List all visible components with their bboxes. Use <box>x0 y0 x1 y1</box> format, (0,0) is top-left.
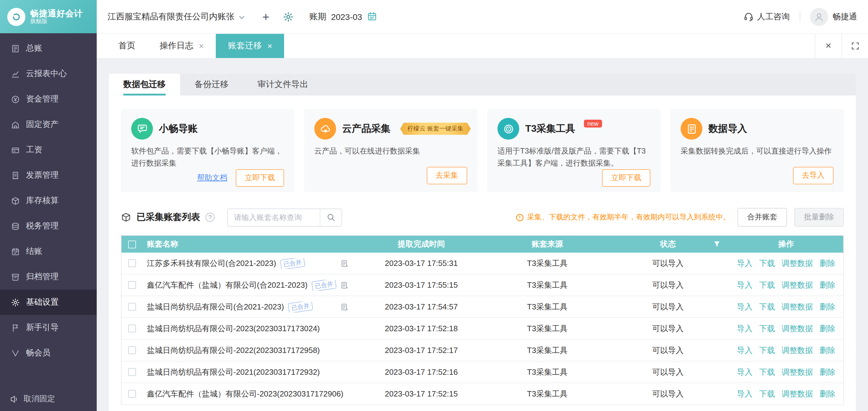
tab-home[interactable]: 首页 <box>106 34 148 58</box>
row-checkbox[interactable] <box>128 281 136 289</box>
delete-link[interactable]: 删除 <box>819 388 835 399</box>
sidebar-item-beginner-guide[interactable]: 新手引导 <box>0 315 97 340</box>
row-checkbox[interactable] <box>128 259 136 267</box>
col-extract-time: 提取完成时间 <box>355 239 488 250</box>
fullscreen-icon[interactable] <box>841 34 868 58</box>
close-icon[interactable]: × <box>199 42 204 50</box>
close-icon[interactable]: × <box>267 42 272 50</box>
cloud-upload-icon <box>314 118 336 139</box>
period-label: 账期 <box>309 11 326 22</box>
sidebar-item-inventory[interactable]: 库存核算 <box>0 188 97 213</box>
tax-icon <box>11 222 20 230</box>
download-now-button[interactable]: 立即下载 <box>236 169 284 187</box>
go-collect-button[interactable]: 去采集 <box>427 167 467 184</box>
delete-link[interactable]: 删除 <box>819 280 835 290</box>
import-link[interactable]: 导入 <box>737 280 752 290</box>
adjust-data-link[interactable]: 调整数据 <box>781 388 813 399</box>
adjust-data-link[interactable]: 调整数据 <box>781 280 813 290</box>
adjust-data-link[interactable]: 调整数据 <box>781 258 813 268</box>
tab-operation-log[interactable]: 操作日志 × <box>148 34 216 58</box>
accounting-period: 账期 2023-03 <box>309 11 377 22</box>
go-import-button[interactable]: 去导入 <box>793 167 834 184</box>
table-row: 盐城日尚纺织品有限公司-2023(20230317173024) 已合并 202… <box>122 318 843 340</box>
delete-link[interactable]: 删除 <box>819 367 835 377</box>
divider <box>799 11 800 22</box>
row-checkbox[interactable] <box>128 303 136 311</box>
sidebar-item-funds[interactable]: 资金管理 <box>0 87 97 112</box>
delete-link[interactable]: 删除 <box>819 301 835 312</box>
filter-icon[interactable] <box>713 241 720 248</box>
import-link[interactable]: 导入 <box>737 388 752 399</box>
download-link[interactable]: 下载 <box>759 258 775 268</box>
sidebar-item-tax[interactable]: 税务管理 <box>0 213 97 239</box>
search-button[interactable] <box>320 209 342 226</box>
chevron-down-icon <box>238 13 245 21</box>
adjust-data-link[interactable]: 调整数据 <box>781 301 813 312</box>
sidebar-item-fixed-assets[interactable]: 固定资产 <box>0 112 97 137</box>
download-link[interactable]: 下载 <box>759 388 775 399</box>
row-checkbox[interactable] <box>128 390 136 398</box>
delete-link[interactable]: 删除 <box>819 345 835 356</box>
extract-time: 2023-03-17 17:52:17 <box>355 346 488 355</box>
import-link[interactable]: 导入 <box>737 345 752 356</box>
delete-link[interactable]: 删除 <box>819 258 835 268</box>
import-link[interactable]: 导入 <box>737 301 752 312</box>
period-value[interactable]: 2023-03 <box>331 12 362 22</box>
import-link[interactable]: 导入 <box>737 258 752 268</box>
adjust-data-link[interactable]: 调整数据 <box>781 323 813 334</box>
download-link[interactable]: 下载 <box>759 345 775 356</box>
card-data-import: 数据导入 采集数据转换完成后，可以直接进行导入操作 去导入 <box>670 109 844 192</box>
sidebar-nav: 总账 云报表中心 资金管理 固定资产 工资 发票管理 <box>0 33 97 387</box>
tab-audit-file-export[interactable]: 审计文件导出 <box>243 74 323 95</box>
col-status: 状态 <box>607 239 729 250</box>
edition-badge: 旗舰版 <box>30 18 83 25</box>
unpin-sidebar-button[interactable]: 取消固定 <box>0 387 97 411</box>
sidebar-item-basic-settings[interactable]: 基础设置 <box>0 289 97 315</box>
fixed-assets-icon <box>11 120 20 129</box>
row-checkbox[interactable] <box>128 324 136 333</box>
merged-stamp: 已合并 <box>280 258 305 268</box>
merge-account-sets-button[interactable]: 合并账套 <box>738 208 787 227</box>
help-icon[interactable]: ? <box>206 213 215 222</box>
download-link[interactable]: 下载 <box>759 323 775 334</box>
sidebar-item-salary[interactable]: 工资 <box>0 137 97 163</box>
adjust-data-link[interactable]: 调整数据 <box>781 345 813 356</box>
tab-data-package-migration[interactable]: 数据包迁移 <box>109 74 180 95</box>
gear-icon[interactable] <box>283 11 293 22</box>
file-detail-icon[interactable] <box>340 281 349 289</box>
import-link[interactable]: 导入 <box>737 367 752 377</box>
company-selector[interactable]: 江西服宝精品有限责任公司内账张 <box>107 11 245 22</box>
tab-backup-migration[interactable]: 备份迁移 <box>180 74 243 95</box>
download-link[interactable]: 下载 <box>759 367 775 377</box>
sidebar-item-general-ledger[interactable]: 总账 <box>0 36 97 61</box>
salary-icon <box>11 145 20 154</box>
checkout-icon <box>11 247 20 256</box>
row-checkbox[interactable] <box>128 346 136 354</box>
delete-link[interactable]: 删除 <box>819 323 835 334</box>
package-icon <box>121 212 131 222</box>
sidebar-item-cloud-reports[interactable]: 云报表中心 <box>0 61 97 87</box>
sidebar-item-closing[interactable]: 结账 <box>0 239 97 264</box>
search-input[interactable] <box>228 209 320 226</box>
row-checkbox[interactable] <box>128 368 136 376</box>
user-menu[interactable]: 畅捷通 <box>810 7 857 26</box>
download-now-button[interactable]: 立即下载 <box>602 169 650 187</box>
sidebar-item-membership[interactable]: 畅会员 <box>0 340 97 366</box>
download-link[interactable]: 下载 <box>759 301 775 312</box>
download-link[interactable]: 下载 <box>759 280 775 290</box>
batch-delete-button[interactable]: 批量删除 <box>794 208 844 227</box>
add-button[interactable]: + <box>262 10 269 23</box>
close-all-icon[interactable]: × <box>815 34 841 58</box>
tab-account-migration[interactable]: 账套迁移 × <box>216 34 284 58</box>
select-all-checkbox[interactable] <box>128 240 136 248</box>
file-detail-icon[interactable] <box>340 259 349 267</box>
invoice-icon <box>11 171 20 180</box>
import-link[interactable]: 导入 <box>737 323 752 334</box>
help-doc-link[interactable]: 帮助文档 <box>197 173 227 183</box>
sidebar-item-archive[interactable]: 归档管理 <box>0 264 97 289</box>
file-detail-icon[interactable] <box>340 303 349 311</box>
adjust-data-link[interactable]: 调整数据 <box>781 367 813 377</box>
sidebar-item-invoices[interactable]: 发票管理 <box>0 163 97 188</box>
calendar-icon[interactable] <box>367 11 377 22</box>
support-button[interactable]: 人工咨询 <box>743 11 790 22</box>
